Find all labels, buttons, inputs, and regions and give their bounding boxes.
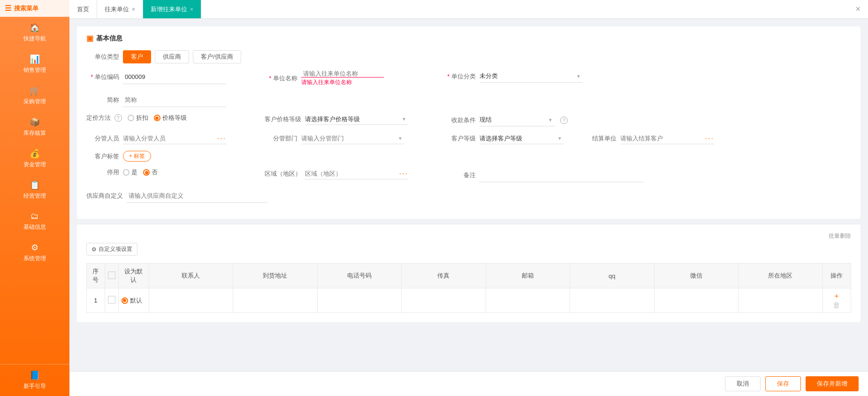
payment-help-icon[interactable]: ? (560, 116, 568, 124)
pricing-level-radio[interactable]: 价格等级 (154, 114, 187, 122)
sidebar-item-inventory[interactable]: 📦 库存核算 (0, 111, 69, 143)
section-title: ▣ 基本信息 (86, 34, 851, 43)
tab-home[interactable]: 首页 (69, 0, 97, 18)
tab-partners[interactable]: 往来单位 × (97, 0, 143, 18)
unit-code-group: 单位编码 (86, 70, 265, 84)
unit-name-label: 单位名称 (265, 74, 297, 83)
custom-settings-button[interactable]: ⚙ 自定义项设置 (86, 243, 137, 256)
cell-default: 默认 (118, 288, 149, 313)
close-partners-tab[interactable]: × (132, 6, 135, 13)
fax-input[interactable] (404, 297, 482, 304)
col-region: 所在地区 (739, 264, 822, 288)
unit-name-error: 请输入往来单位名称 (301, 78, 384, 86)
sidebar-item-guide[interactable]: 📘 新手引导 (0, 365, 69, 396)
unit-name-input[interactable] (301, 70, 384, 78)
pricing-help-icon[interactable]: ? (114, 114, 122, 122)
col-fax: 传真 (402, 264, 486, 288)
pricing-level-circle (154, 115, 160, 121)
sidebar-item-operation[interactable]: 📋 经营管理 (0, 174, 69, 206)
sidebar-item-finance[interactable]: 💰 资金管理 (0, 143, 69, 174)
abbr-input[interactable] (123, 93, 226, 107)
unit-type-row: 单位类型 客户 供应商 客户/供应商 (86, 50, 851, 63)
delete-row-button[interactable]: 🗑 (831, 301, 842, 310)
sidebar-item-purchase[interactable]: 🛒 采购管理 (0, 80, 69, 111)
gear-icon: ⚙ (91, 246, 97, 253)
manager-ellipsis[interactable]: ··· (217, 134, 226, 143)
settlement-label: 结算单位 (584, 134, 617, 143)
type-btn-both[interactable]: 客户/供应商 (193, 50, 241, 63)
supplier-custom-input[interactable] (127, 189, 267, 203)
sidebar-item-sales[interactable]: 📊 销售管理 (0, 48, 69, 80)
customer-price-label: 客户价格等级 (265, 115, 301, 124)
customer-price-select[interactable]: 请选择客户价格等级 (305, 114, 408, 124)
email-input[interactable] (489, 297, 567, 304)
remark-input[interactable] (480, 168, 644, 182)
save-button[interactable]: 保存 (765, 376, 801, 391)
settlement-group: 结算单位 ··· (584, 133, 734, 144)
region-ellipsis[interactable]: ··· (399, 170, 408, 178)
tab-bar: 首页 往来单位 × 新增往来单位 × × (69, 0, 868, 19)
sidebar-item-quick-nav[interactable]: 🏠 快捷导航 (0, 17, 69, 48)
unit-type-label: 单位类型 (86, 53, 119, 61)
type-btn-supplier[interactable]: 供应商 (155, 50, 189, 63)
disabled-label: 停用 (86, 168, 119, 177)
cell-wechat (654, 288, 738, 313)
dept-input[interactable] (301, 133, 404, 144)
cancel-button[interactable]: 取消 (725, 376, 761, 391)
payment-label: 收款条件 (443, 116, 476, 124)
region-table-input[interactable] (741, 297, 819, 304)
phone-input[interactable] (320, 297, 398, 304)
disabled-region-row: 停用 是 否 区域（地区） (86, 168, 851, 182)
close-new-partner-tab[interactable]: × (190, 6, 193, 13)
wechat-input[interactable] (657, 297, 735, 304)
operation-icon: 📋 (30, 180, 40, 190)
main-area: 首页 往来单位 × 新增往来单位 × × ▣ 基本信息 单位类型 客户 (69, 0, 868, 396)
cell-address (233, 288, 317, 313)
cell-action: ＋ 🗑 (822, 288, 851, 313)
disabled-no-circle (143, 169, 150, 176)
settlement-ellipsis[interactable]: ··· (705, 134, 714, 143)
supplier-custom-group: 供应商自定义 (86, 189, 321, 203)
payment-group: 收款条件 现结 ▼ ? (443, 114, 621, 126)
sidebar-item-basic[interactable]: 🗂 基础信息 (0, 206, 69, 237)
region-group: 区域（地区） ··· (265, 168, 443, 179)
pricing-label: 定价方法 ? (86, 114, 122, 122)
disabled-no-radio[interactable]: 否 (143, 168, 158, 177)
address-input[interactable] (236, 297, 314, 304)
contact-table: 序号 设为默认 联系人 到货地址 电话号码 传真 邮箱 qq 微信 所在地区 操… (86, 263, 851, 313)
sidebar-item-system[interactable]: ⚙ 系统管理 (0, 237, 69, 268)
dept-group: 分管部门 ▼ (265, 133, 443, 144)
settlement-input[interactable] (620, 133, 705, 144)
region-input[interactable] (305, 168, 399, 179)
tags-label: 客户标签 (86, 152, 119, 161)
manager-row: 分管人员 ··· 分管部门 ▼ 客户等级 (86, 133, 851, 144)
tab-new-partner[interactable]: 新增往来单位 × (143, 0, 201, 18)
home-icon: 🏠 (30, 23, 40, 33)
unit-type-group: 单位类型 客户 供应商 客户/供应商 (86, 50, 851, 63)
payment-value: 现结 (480, 114, 555, 126)
default-radio[interactable]: 默认 (122, 296, 146, 305)
unit-code-input[interactable] (123, 70, 226, 84)
supplier-custom-row: 供应商自定义 (86, 189, 851, 203)
contact-input[interactable] (152, 297, 230, 304)
save-new-button[interactable]: 保存并新增 (806, 376, 859, 391)
qq-input[interactable] (573, 297, 651, 304)
batch-delete-button[interactable]: 批量删除 (829, 232, 851, 240)
manager-input[interactable] (123, 133, 217, 144)
customer-level-select[interactable]: 请选择客户等级 (480, 133, 564, 144)
cell-checkbox (105, 288, 118, 313)
cell-phone (317, 288, 401, 313)
row-checkbox[interactable] (108, 296, 115, 303)
add-tag-button[interactable]: + 标签 (123, 151, 151, 162)
pricing-discount-radio[interactable]: 折扣 (128, 114, 148, 122)
type-btn-customer[interactable]: 客户 (123, 50, 151, 63)
close-all-tabs[interactable]: × (855, 4, 860, 14)
disabled-yes-radio[interactable]: 是 (123, 168, 137, 177)
finance-icon: 💰 (30, 148, 40, 159)
remark-group: 备注 (443, 168, 678, 182)
add-row-button[interactable]: ＋ (831, 291, 842, 301)
select-all-checkbox[interactable] (108, 272, 115, 279)
search-menu-button[interactable]: ☰ 搜索菜单 (0, 0, 69, 17)
col-action: 操作 (822, 264, 851, 288)
footer: 取消 保存 保存并新增 (69, 371, 868, 396)
